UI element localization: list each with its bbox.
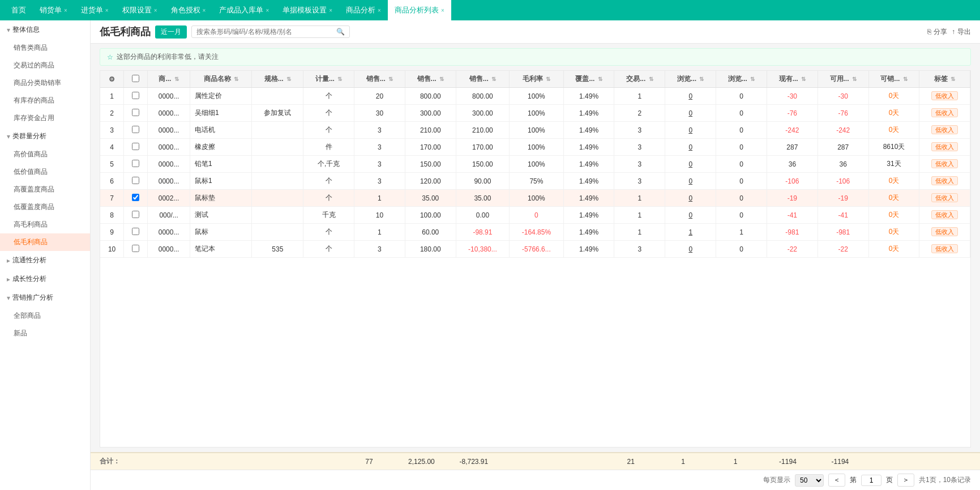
sidebar-group-growth[interactable]: ▸ 成长性分析 — [0, 270, 90, 288]
sidebar-item-category-rate[interactable]: 商品分类助销率 — [0, 74, 90, 92]
cell-trade: 1 — [614, 207, 665, 224]
nav-template-settings[interactable]: 单据模板设置 × — [276, 0, 339, 20]
main-layout: ▾ 整体信息 销售类商品 交易过的商品 商品分类助销率 有库存的商品 库存资金占… — [0, 20, 980, 490]
cell-spec: 535 — [252, 241, 303, 258]
cell-current-stock: -242 — [767, 122, 818, 139]
sidebar-item-low-margin[interactable]: 低毛利商品 — [0, 233, 90, 251]
sidebar-item-high-margin[interactable]: 高毛利商品 — [0, 216, 90, 233]
nav-product-analysis-list[interactable]: 商品分析列表 × — [388, 0, 451, 20]
cell-sale-amount: 60.00 — [405, 224, 456, 241]
page-number-input[interactable] — [861, 475, 881, 486]
cell-sale-profit: -10,380... — [456, 241, 510, 258]
cell-gross-rate: 100% — [510, 122, 563, 139]
nav-product-entry[interactable]: 产成品入库单 × — [212, 0, 276, 20]
sidebar-item-all-products[interactable]: 全部商品 — [0, 307, 90, 325]
next-page-button[interactable]: ＞ — [897, 474, 914, 487]
footer-trade: 21 — [605, 458, 657, 466]
export-button[interactable]: ↑ 导出 — [952, 27, 971, 37]
select-all-checkbox[interactable] — [132, 75, 139, 82]
cell-sellable: 0天 — [868, 241, 919, 258]
cell-check[interactable] — [124, 173, 148, 190]
data-table-container[interactable]: ⚙ 商... ⇅ 商品名称 ⇅ 规格... ⇅ 计量... ⇅ 销售... ⇅ … — [100, 70, 971, 448]
sidebar-item-traded-products[interactable]: 交易过的商品 — [0, 57, 90, 74]
nav-product-analysis[interactable]: 商品分析 × — [339, 0, 388, 20]
sidebar-item-sales-products[interactable]: 销售类商品 — [0, 39, 90, 57]
cell-sale-qty: 10 — [354, 207, 405, 224]
sidebar-item-high-coverage[interactable]: 高覆盖度商品 — [0, 181, 90, 198]
cell-browse1: 0 — [665, 190, 716, 207]
cell-sale-amount: 800.00 — [405, 88, 456, 105]
row-checkbox[interactable] — [132, 211, 139, 218]
cell-sale-qty: 1 — [354, 190, 405, 207]
cell-tag: 低收入 — [919, 105, 970, 122]
cell-tag: 低收入 — [919, 190, 970, 207]
chevron-right-icon: ▸ — [7, 257, 10, 265]
info-icon: ☆ — [107, 53, 113, 61]
col-spec: 规格... ⇅ — [252, 71, 303, 88]
close-icon[interactable]: × — [378, 7, 381, 14]
cell-check[interactable] — [124, 139, 148, 156]
nav-home[interactable]: 首页 — [5, 0, 33, 20]
cell-check[interactable] — [124, 241, 148, 258]
row-checkbox[interactable] — [132, 143, 139, 150]
row-checkbox[interactable] — [132, 160, 139, 167]
sidebar-item-inventory-capital[interactable]: 库存资金占用 — [0, 109, 90, 127]
cell-current-stock: -30 — [767, 88, 818, 105]
close-icon[interactable]: × — [441, 7, 444, 14]
sidebar-item-new-products[interactable]: 新品 — [0, 325, 90, 342]
sidebar-group-circulation[interactable]: ▸ 流通性分析 — [0, 251, 90, 270]
cell-check[interactable] — [124, 105, 148, 122]
sidebar-group-cluster[interactable]: ▾ 类群量分析 — [0, 127, 90, 146]
row-checkbox[interactable] — [132, 109, 139, 116]
row-checkbox[interactable] — [132, 245, 139, 252]
close-icon[interactable]: × — [203, 7, 206, 14]
nav-permission[interactable]: 权限设置 × — [115, 0, 164, 20]
page-title: 低毛利商品 — [100, 25, 151, 39]
close-icon[interactable]: × — [105, 7, 109, 14]
cell-check[interactable] — [124, 190, 148, 207]
cell-sale-qty: 1 — [354, 224, 405, 241]
table-row: 4 0000... 橡皮擦 件 3 170.00 170.00 100% 1.4… — [100, 139, 970, 156]
cell-check[interactable] — [124, 122, 148, 139]
cell-current-stock: -41 — [767, 207, 818, 224]
row-checkbox[interactable] — [132, 228, 139, 235]
prev-page-button[interactable]: ＜ — [828, 474, 845, 487]
col-unit: 计量... ⇅ — [303, 71, 354, 88]
cell-star: 10 — [100, 241, 124, 258]
sidebar-item-low-value[interactable]: 低价值商品 — [0, 163, 90, 181]
cell-star: 1 — [100, 88, 124, 105]
close-icon[interactable]: × — [329, 7, 332, 14]
sidebar-item-in-stock[interactable]: 有库存的商品 — [0, 92, 90, 109]
sidebar-item-high-value[interactable]: 高价值商品 — [0, 146, 90, 163]
cell-check[interactable] — [124, 88, 148, 105]
close-icon[interactable]: × — [154, 7, 157, 14]
row-checkbox[interactable] — [132, 126, 139, 133]
cell-check[interactable] — [124, 156, 148, 173]
cell-coverage: 1.49% — [563, 105, 614, 122]
nav-purchase-order[interactable]: 进货单 × — [74, 0, 115, 20]
cell-sale-amount: 300.00 — [405, 105, 456, 122]
nav-role-auth[interactable]: 角色授权 × — [164, 0, 213, 20]
share-button[interactable]: ⎘ 分享 — [927, 27, 947, 37]
search-input[interactable] — [196, 28, 334, 36]
cell-available: -106 — [818, 173, 868, 190]
row-checkbox[interactable] — [132, 92, 139, 99]
row-checkbox[interactable] — [132, 194, 139, 201]
nav-sales-order[interactable]: 销货单 × — [33, 0, 74, 20]
close-icon[interactable]: × — [266, 7, 269, 14]
table-row: 1 0000... 属性定价 个 20 800.00 800.00 100% 1… — [100, 88, 970, 105]
cell-star: 6 — [100, 173, 124, 190]
cell-check[interactable] — [124, 224, 148, 241]
sidebar-item-low-coverage[interactable]: 低覆盖度商品 — [0, 198, 90, 216]
sidebar-group-overall[interactable]: ▾ 整体信息 — [0, 20, 90, 39]
search-icon[interactable]: 🔍 — [336, 28, 345, 36]
sidebar-group-marketing[interactable]: ▾ 营销推广分析 — [0, 288, 90, 307]
page-size-select[interactable]: 50 100 — [795, 474, 824, 487]
row-checkbox[interactable] — [132, 177, 139, 184]
cell-unit: 个 — [303, 241, 354, 258]
settings-icon[interactable]: ⚙ — [109, 75, 115, 83]
cell-check[interactable] — [124, 207, 148, 224]
period-button[interactable]: 近一月 — [155, 25, 187, 39]
cell-spec — [252, 139, 303, 156]
close-icon[interactable]: × — [64, 7, 67, 14]
